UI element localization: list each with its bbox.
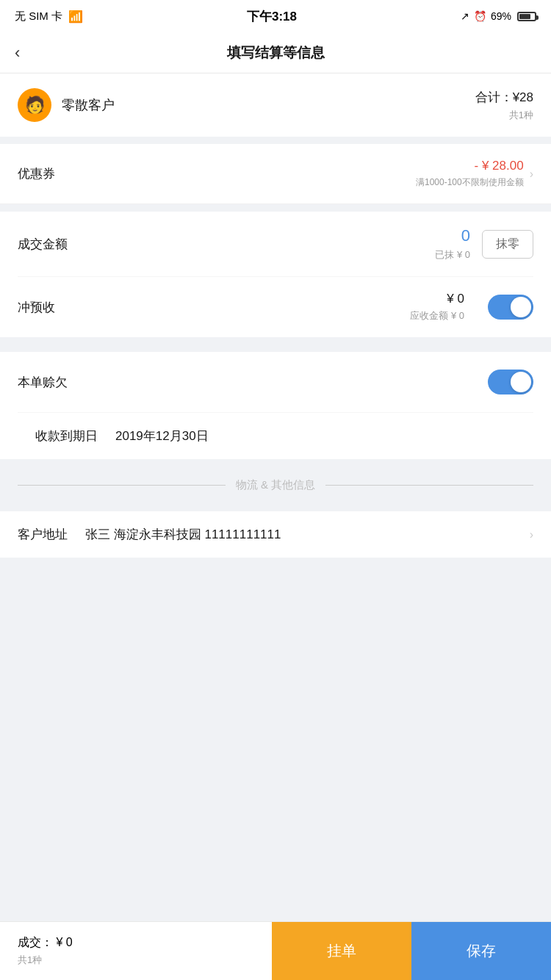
wifi-icon: 📶 bbox=[68, 10, 83, 24]
status-left: 无 SIM 卡 📶 bbox=[15, 10, 83, 24]
coupon-amount: - ¥ 28.00 bbox=[416, 159, 524, 173]
status-time: 下午3:18 bbox=[247, 8, 297, 25]
address-value: 张三 海淀永丰科技园 11111111111 bbox=[85, 526, 530, 543]
location-icon: ↗ bbox=[461, 10, 469, 22]
due-date-value: 2019年12月30日 bbox=[115, 428, 209, 444]
debt-row: 本单赊欠 bbox=[18, 352, 533, 412]
prepayment-row-right: ¥ 0 应收金额 ¥ 0 bbox=[410, 292, 533, 323]
already-rounded: 已抹 ¥ 0 bbox=[435, 248, 470, 262]
customer-left: 🧑 零散客户 bbox=[18, 88, 115, 122]
total-amount: 合计：¥28 bbox=[475, 89, 533, 106]
transaction-value: 0 bbox=[461, 226, 470, 245]
carrier-text: 无 SIM 卡 bbox=[15, 10, 62, 24]
empty-space bbox=[0, 558, 551, 705]
address-section[interactable]: 客户地址 张三 海淀永丰科技园 11111111111 › bbox=[0, 511, 551, 558]
coupon-desc: 满1000-100不限制使用金额 bbox=[416, 176, 524, 189]
logistics-divider: 物流 & 其他信息 bbox=[18, 478, 533, 492]
customer-section: 🧑 零散客户 合计：¥28 共1种 bbox=[0, 73, 551, 137]
bottom-transaction-label: 成交： bbox=[18, 936, 53, 948]
coupon-label: 优惠券 bbox=[18, 165, 55, 182]
chevron-right-icon: › bbox=[530, 167, 533, 181]
round-zero-button[interactable]: 抹零 bbox=[482, 230, 533, 259]
due-date-label: 收款到期日 bbox=[35, 428, 98, 444]
prepayment-toggle[interactable] bbox=[488, 295, 533, 320]
total-count: 共1种 bbox=[475, 109, 533, 122]
customer-right: 合计：¥28 共1种 bbox=[475, 89, 533, 122]
debt-section: 本单赊欠 收款到期日 2019年12月30日 bbox=[0, 352, 551, 459]
debt-toggle[interactable] bbox=[488, 370, 533, 394]
transaction-section: 成交金额 0 已抹 ¥ 0 抹零 冲预收 ¥ 0 应收金额 ¥ 0 bbox=[0, 212, 551, 337]
bottom-summary: 成交： ¥ 0 共1种 bbox=[0, 935, 272, 967]
save-button[interactable]: 保存 bbox=[411, 922, 551, 981]
status-bar: 无 SIM 卡 📶 下午3:18 ↗ ⏰ 69% bbox=[0, 0, 551, 32]
bottom-transaction-value: ¥ 0 bbox=[56, 936, 72, 948]
battery-icon bbox=[517, 12, 536, 21]
logistics-section: 物流 & 其他信息 bbox=[0, 466, 551, 504]
prepayment-row: 冲预收 ¥ 0 应收金额 ¥ 0 bbox=[18, 277, 533, 337]
coupon-right: - ¥ 28.00 满1000-100不限制使用金额 › bbox=[416, 159, 533, 189]
section-divider-2 bbox=[0, 337, 551, 345]
transaction-row: 成交金额 0 已抹 ¥ 0 抹零 bbox=[18, 212, 533, 277]
bottom-transaction-line: 成交： ¥ 0 bbox=[18, 935, 254, 951]
debt-label: 本单赊欠 bbox=[18, 374, 68, 391]
coupon-section[interactable]: 优惠券 - ¥ 28.00 满1000-100不限制使用金额 › bbox=[0, 144, 551, 204]
logistics-line-right bbox=[325, 485, 533, 486]
prepayment-label: 冲预收 bbox=[18, 299, 55, 316]
due-date-section: 收款到期日 2019年12月30日 bbox=[18, 412, 533, 459]
prepayment-receivable: 应收金额 ¥ 0 bbox=[410, 309, 464, 323]
back-button[interactable]: ‹ bbox=[15, 43, 20, 62]
transaction-col: 0 已抹 ¥ 0 bbox=[435, 226, 470, 262]
logistics-text: 物流 & 其他信息 bbox=[236, 478, 315, 492]
bottom-count: 共1种 bbox=[18, 954, 254, 967]
battery-percent: 69% bbox=[491, 10, 511, 22]
customer-name: 零散客户 bbox=[62, 96, 115, 114]
due-date-row: 收款到期日 2019年12月30日 bbox=[35, 428, 516, 444]
logistics-line-left bbox=[18, 485, 226, 486]
nav-bar: ‹ 填写结算等信息 bbox=[0, 32, 551, 73]
prepayment-value-col: ¥ 0 应收金额 ¥ 0 bbox=[410, 292, 464, 323]
transaction-label: 成交金额 bbox=[18, 236, 68, 253]
prepayment-amount: ¥ 0 bbox=[410, 292, 464, 306]
nav-title: 填写结算等信息 bbox=[227, 43, 325, 62]
alarm-icon: ⏰ bbox=[474, 10, 486, 22]
address-label: 客户地址 bbox=[18, 526, 68, 543]
transaction-row-right: 0 已抹 ¥ 0 抹零 bbox=[435, 226, 533, 262]
status-right: ↗ ⏰ 69% bbox=[461, 10, 536, 22]
address-chevron-icon: › bbox=[530, 528, 533, 541]
hang-order-button[interactable]: 挂单 bbox=[272, 922, 411, 981]
bottom-bar: 成交： ¥ 0 共1种 挂单 保存 bbox=[0, 921, 551, 980]
coupon-info: - ¥ 28.00 满1000-100不限制使用金额 bbox=[416, 159, 524, 189]
avatar: 🧑 bbox=[18, 88, 51, 122]
section-divider-1 bbox=[0, 204, 551, 212]
